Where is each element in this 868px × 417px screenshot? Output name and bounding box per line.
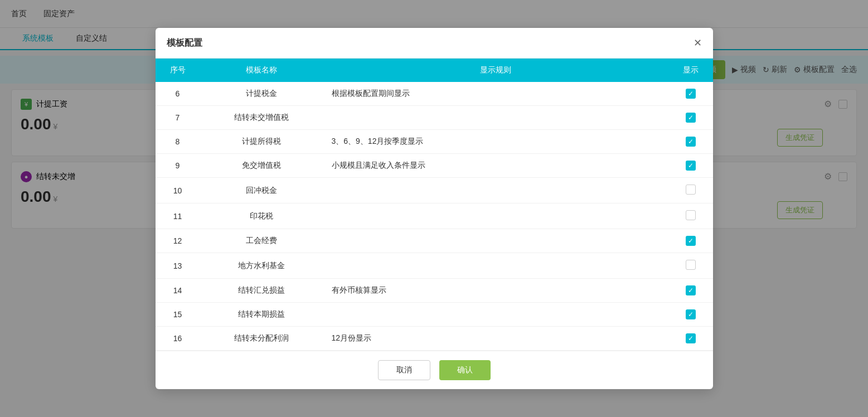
config-table: 序号 模板名称 显示规则 显示 6计提税金根据模板配置期间显示✓7结转未交增值税… <box>156 59 713 351</box>
table-header: 序号 模板名称 显示规则 显示 <box>156 59 713 82</box>
cell-rule-4 <box>323 178 668 203</box>
table-row: 10回冲税金 <box>156 178 713 203</box>
table-body: 6计提税金根据模板配置期间显示✓7结转未交增值税✓8计提所得税3、6、9、12月… <box>156 82 713 351</box>
cell-name-7: 地方水利基金 <box>200 253 323 279</box>
cell-rule-6 <box>323 229 668 253</box>
checkbox-4[interactable] <box>686 185 696 195</box>
cell-name-10: 结转未分配利润 <box>200 327 323 351</box>
table-row: 6计提税金根据模板配置期间显示✓ <box>156 82 713 106</box>
checkbox-10[interactable]: ✓ <box>686 333 696 343</box>
cell-seq-3: 9 <box>156 154 200 178</box>
col-display: 显示 <box>668 59 713 82</box>
cell-name-9: 结转本期损益 <box>200 303 323 327</box>
cell-rule-3: 小规模且满足收入条件显示 <box>323 154 668 178</box>
cell-name-0: 计提税金 <box>200 82 323 106</box>
cell-seq-10: 16 <box>156 327 200 351</box>
confirm-button[interactable]: 确认 <box>439 360 491 380</box>
cell-display-10: ✓ <box>668 327 713 351</box>
table-row: 16结转未分配利润12月份显示✓ <box>156 327 713 351</box>
cell-display-1: ✓ <box>668 106 713 130</box>
cell-seq-4: 10 <box>156 178 200 203</box>
cell-seq-2: 8 <box>156 130 200 154</box>
table-row: 11印花税 <box>156 203 713 229</box>
cell-name-8: 结转汇兑损益 <box>200 279 323 303</box>
table-row: 8计提所得税3、6、9、12月按季度显示✓ <box>156 130 713 154</box>
cell-rule-0: 根据模板配置期间显示 <box>323 82 668 106</box>
cell-display-0: ✓ <box>668 82 713 106</box>
checkbox-8[interactable]: ✓ <box>686 285 696 295</box>
cell-name-4: 回冲税金 <box>200 178 323 203</box>
checkbox-1[interactable]: ✓ <box>686 113 696 123</box>
col-rule: 显示规则 <box>323 59 668 82</box>
cancel-button[interactable]: 取消 <box>378 360 430 380</box>
cell-rule-10: 12月份显示 <box>323 327 668 351</box>
cell-display-2: ✓ <box>668 130 713 154</box>
cell-seq-0: 6 <box>156 82 200 106</box>
cell-seq-7: 13 <box>156 253 200 279</box>
checkbox-6[interactable]: ✓ <box>686 236 696 246</box>
cell-name-6: 工会经费 <box>200 229 323 253</box>
cell-display-3: ✓ <box>668 154 713 178</box>
table-scroll[interactable]: 序号 模板名称 显示规则 显示 6计提税金根据模板配置期间显示✓7结转未交增值税… <box>156 59 713 351</box>
cell-name-2: 计提所得税 <box>200 130 323 154</box>
cell-display-6: ✓ <box>668 229 713 253</box>
cell-name-5: 印花税 <box>200 203 323 229</box>
table-row: 15结转本期损益✓ <box>156 303 713 327</box>
cell-rule-5 <box>323 203 668 229</box>
table-row: 13地方水利基金 <box>156 253 713 279</box>
modal-body: 序号 模板名称 显示规则 显示 6计提税金根据模板配置期间显示✓7结转未交增值税… <box>156 59 713 351</box>
col-seq: 序号 <box>156 59 200 82</box>
modal-header: 模板配置 ✕ <box>156 28 713 59</box>
cell-display-9: ✓ <box>668 303 713 327</box>
cell-display-4 <box>668 178 713 203</box>
modal-close-button[interactable]: ✕ <box>694 37 702 49</box>
cell-rule-1 <box>323 106 668 130</box>
cell-seq-9: 15 <box>156 303 200 327</box>
modal-template-config: 模板配置 ✕ 序号 模板名称 显示规则 显示 6计提税金根据模板配置期间显 <box>156 28 713 389</box>
checkbox-9[interactable]: ✓ <box>686 309 696 319</box>
table-row: 14结转汇兑损益有外币核算显示✓ <box>156 279 713 303</box>
modal-footer: 取消 确认 <box>156 351 713 389</box>
cell-seq-8: 14 <box>156 279 200 303</box>
table-row: 9免交增值税小规模且满足收入条件显示✓ <box>156 154 713 178</box>
table-row: 7结转未交增值税✓ <box>156 106 713 130</box>
modal-title: 模板配置 <box>167 37 202 49</box>
checkbox-0[interactable]: ✓ <box>686 89 696 99</box>
col-name: 模板名称 <box>200 59 323 82</box>
cell-rule-9 <box>323 303 668 327</box>
cell-rule-7 <box>323 253 668 279</box>
checkbox-7[interactable] <box>686 260 696 270</box>
cell-rule-8: 有外币核算显示 <box>323 279 668 303</box>
cell-seq-1: 7 <box>156 106 200 130</box>
checkbox-3[interactable]: ✓ <box>686 161 696 171</box>
checkbox-2[interactable]: ✓ <box>686 137 696 147</box>
cell-rule-2: 3、6、9、12月按季度显示 <box>323 130 668 154</box>
cell-display-8: ✓ <box>668 279 713 303</box>
table-row: 12工会经费✓ <box>156 229 713 253</box>
cell-display-5 <box>668 203 713 229</box>
modal-overlay: 模板配置 ✕ 序号 模板名称 显示规则 显示 6计提税金根据模板配置期间显 <box>0 0 868 417</box>
checkbox-5[interactable] <box>686 210 696 220</box>
cell-display-7 <box>668 253 713 279</box>
cell-seq-5: 11 <box>156 203 200 229</box>
cell-seq-6: 12 <box>156 229 200 253</box>
cell-name-3: 免交增值税 <box>200 154 323 178</box>
cell-name-1: 结转未交增值税 <box>200 106 323 130</box>
